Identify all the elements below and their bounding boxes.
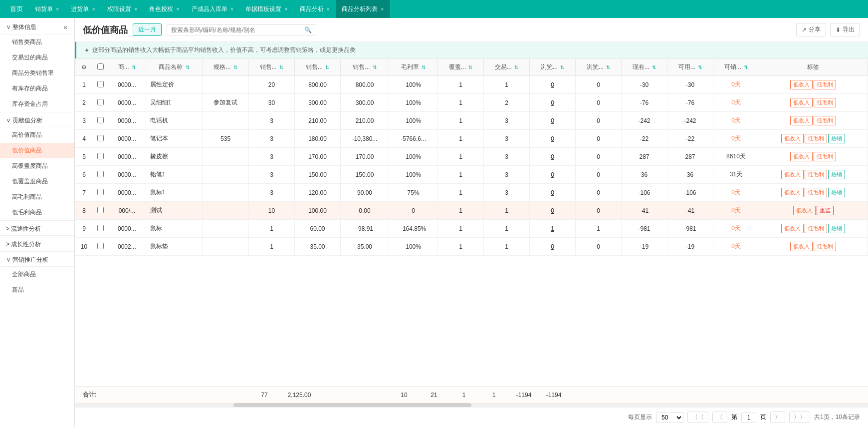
row-checkbox[interactable]: [97, 171, 104, 177]
filter-recent-month-btn[interactable]: 近一月: [133, 23, 162, 36]
column-sale-amt[interactable]: 销售... ⇅: [295, 59, 341, 76]
browse-link[interactable]: 0: [551, 189, 554, 196]
first-page-btn[interactable]: 〈〈: [687, 412, 708, 423]
last-page-btn[interactable]: 〉〉: [789, 412, 810, 423]
sidebar-item-low-coverage[interactable]: 低覆盖度商品: [0, 174, 74, 189]
nav-product-analysis-list[interactable]: 商品分析列表 ×: [336, 0, 390, 18]
close-template-icon[interactable]: ×: [284, 6, 287, 12]
column-sale-avg[interactable]: 销售... ⇅: [340, 59, 389, 76]
browse-link[interactable]: 0: [551, 243, 554, 250]
cell-checkbox[interactable]: [93, 202, 108, 220]
browse-link[interactable]: 0: [551, 117, 554, 124]
cell-checkbox[interactable]: [93, 130, 108, 148]
nav-home[interactable]: 首页: [4, 0, 29, 18]
browse-link[interactable]: 0: [551, 207, 554, 214]
prev-page-btn[interactable]: 〈: [712, 412, 727, 423]
cell-browse1[interactable]: 0: [530, 202, 576, 220]
sidebar-item-low-margin[interactable]: 低毛利商品: [0, 205, 74, 220]
search-icon[interactable]: 🔍: [304, 26, 312, 33]
close-role-icon[interactable]: ×: [176, 6, 179, 12]
close-purchase-order-icon[interactable]: ×: [92, 6, 95, 12]
cell-browse1[interactable]: 0: [530, 148, 576, 166]
browse-link[interactable]: 0: [551, 153, 554, 160]
cell-browse1[interactable]: 0: [530, 76, 576, 94]
sidebar-item-all-products[interactable]: 全部商品: [0, 267, 74, 282]
column-saleable[interactable]: 可销... ⇅: [713, 59, 759, 76]
sidebar-item-in-stock[interactable]: 有库存的商品: [0, 81, 74, 96]
column-name[interactable]: 商品名称 ⇅: [146, 59, 202, 76]
nav-product-inbound[interactable]: 产成品入库单 ×: [186, 0, 239, 18]
sidebar-item-high-margin[interactable]: 高毛利商品: [0, 189, 74, 205]
browse-link[interactable]: 0: [551, 171, 554, 178]
row-checkbox[interactable]: [97, 207, 104, 213]
nav-sales-order[interactable]: 销货单 ×: [29, 0, 65, 18]
column-code[interactable]: 商... ⇅: [108, 59, 146, 76]
sidebar-item-high-value[interactable]: 高价值商品: [0, 127, 74, 143]
cell-browse1[interactable]: 0: [530, 94, 576, 112]
row-checkbox[interactable]: [97, 135, 104, 141]
close-permission-icon[interactable]: ×: [134, 6, 137, 12]
nav-product-analysis[interactable]: 商品分析 ×: [294, 0, 336, 18]
row-checkbox[interactable]: [97, 99, 104, 105]
scrollbar-thumb[interactable]: [233, 403, 471, 407]
cell-checkbox[interactable]: [93, 148, 108, 166]
row-checkbox[interactable]: [97, 225, 104, 231]
row-checkbox[interactable]: [97, 81, 104, 87]
row-checkbox[interactable]: [97, 153, 104, 159]
sidebar-item-traded-products[interactable]: 交易过的商品: [0, 50, 74, 65]
sidebar-item-low-value[interactable]: 低价值商品: [0, 143, 74, 158]
sidebar-item-high-coverage[interactable]: 高覆盖度商品: [0, 158, 74, 174]
browse-link[interactable]: 0: [551, 99, 554, 106]
cell-checkbox[interactable]: [93, 184, 108, 202]
column-browse1[interactable]: 浏览... ⇅: [530, 59, 576, 76]
cell-browse1[interactable]: 0: [530, 112, 576, 130]
cell-browse1[interactable]: 0: [530, 238, 576, 256]
browse-link[interactable]: 0: [551, 81, 554, 88]
share-button[interactable]: ↗ 分享: [796, 23, 826, 36]
sidebar-item-category-sales-rate[interactable]: 商品分类销售率: [0, 65, 74, 81]
cell-checkbox[interactable]: [93, 76, 108, 94]
cell-checkbox[interactable]: [93, 94, 108, 112]
browse-link[interactable]: 1: [551, 225, 554, 232]
export-button[interactable]: ⬇ 导出: [830, 23, 860, 36]
cell-checkbox[interactable]: [93, 220, 108, 238]
nav-permission-settings[interactable]: 权限设置 ×: [101, 0, 143, 18]
close-inbound-icon[interactable]: ×: [230, 6, 233, 12]
per-page-select[interactable]: 50 100 200: [656, 412, 683, 423]
cell-checkbox[interactable]: [93, 112, 108, 130]
column-spec[interactable]: 规格... ⇅: [203, 59, 249, 76]
browse-link[interactable]: 0: [551, 135, 554, 142]
column-sale-qty[interactable]: 销售... ⇅: [249, 59, 295, 76]
cell-browse1[interactable]: 0: [530, 166, 576, 184]
column-gross-rate[interactable]: 毛利率 ⇅: [389, 59, 438, 76]
search-input[interactable]: [171, 26, 304, 33]
sidebar-item-sales-products[interactable]: 销售类商品: [0, 34, 74, 50]
cell-browse1[interactable]: 0: [530, 184, 576, 202]
row-checkbox[interactable]: [97, 117, 104, 123]
row-checkbox[interactable]: [97, 189, 104, 195]
cell-browse1[interactable]: 0: [530, 130, 576, 148]
column-browse2[interactable]: 浏览... ⇅: [576, 59, 622, 76]
sidebar-collapse-btn[interactable]: «: [60, 22, 70, 32]
horizontal-scrollbar[interactable]: [75, 403, 868, 407]
cell-checkbox[interactable]: [93, 166, 108, 184]
column-trade[interactable]: 交易... ⇅: [484, 59, 530, 76]
select-all-checkbox[interactable]: [97, 63, 104, 70]
nav-template-settings[interactable]: 单据模板设置 ×: [239, 0, 293, 18]
column-coverage[interactable]: 覆盖... ⇅: [438, 59, 484, 76]
sidebar-item-new-products[interactable]: 新品: [0, 282, 74, 298]
column-current[interactable]: 现有... ⇅: [622, 59, 667, 76]
cell-checkbox[interactable]: [93, 238, 108, 256]
cell-browse1[interactable]: 1: [530, 220, 576, 238]
nav-purchase-order[interactable]: 进货单 ×: [65, 0, 101, 18]
close-analysis-list-icon[interactable]: ×: [381, 6, 384, 12]
nav-role-auth[interactable]: 角色授权 ×: [143, 0, 185, 18]
column-gear[interactable]: ⚙: [75, 59, 93, 76]
close-sales-order-icon[interactable]: ×: [56, 6, 59, 12]
sidebar-item-inventory-capital[interactable]: 库存资金占用: [0, 96, 74, 112]
next-page-btn[interactable]: 〉: [770, 412, 785, 423]
page-number-input[interactable]: [741, 413, 756, 423]
column-usable[interactable]: 可用... ⇅: [667, 59, 713, 76]
row-checkbox[interactable]: [97, 243, 104, 249]
close-analysis-icon[interactable]: ×: [327, 6, 330, 12]
